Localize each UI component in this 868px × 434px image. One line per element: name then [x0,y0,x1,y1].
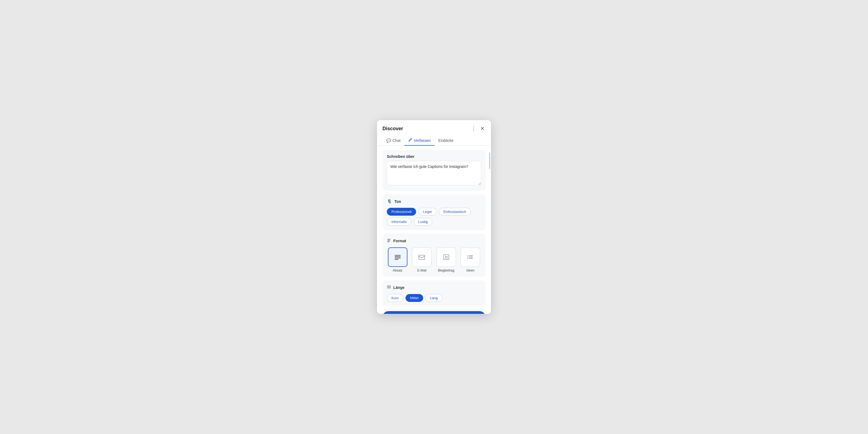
laenge-lang[interactable]: Lang [425,294,442,302]
format-absatz-card[interactable] [388,247,407,267]
format-blogbeitrag-label: Blogbeitrag [438,269,454,272]
ton-enthusiastisch[interactable]: Enthusiastisch [439,208,471,216]
format-section: Format Absatz [382,234,486,277]
svg-rect-6 [395,258,401,258]
svg-rect-13 [444,258,448,259]
svg-rect-3 [388,242,389,243]
ton-section: 🎙️ Ton Professionell Leger Enthusiastisc… [382,194,486,230]
schreiben-textarea[interactable]: Wie verfasse ich gute <span class="capti… [387,161,481,185]
tab-verfassen-label: Verfassen [414,138,431,143]
format-ideen-card[interactable] [461,247,480,267]
svg-rect-7 [395,259,399,260]
generate-button[interactable]: Entwurf generieren [382,311,486,314]
dialog-header: Discover ⋮ ✕ [377,120,491,133]
svg-rect-11 [446,256,448,257]
dialog-title: Discover [382,126,403,131]
ton-icon: 🎙️ [387,199,392,204]
format-email[interactable]: E-Mail [411,247,433,272]
scrollbar-indicator[interactable] [489,153,490,169]
format-options: Absatz E-Mail [387,247,481,272]
ton-professionell[interactable]: Professionell [387,208,416,216]
format-absatz-label: Absatz [393,269,403,272]
svg-rect-8 [419,255,425,259]
ton-label: Ton [394,199,401,204]
format-blogbeitrag[interactable]: A Blogbeitrag [435,247,457,272]
schreiben-section: Schreiben über Wie verfasse ich gute <sp… [382,150,486,191]
ton-lustig[interactable]: Lustig [414,218,432,226]
tab-chat[interactable]: 💬 Chat [382,136,404,146]
ton-options: Professionell Leger Enthusiastisch Infor… [387,208,481,226]
svg-rect-2 [388,241,390,241]
svg-rect-22 [387,288,391,288]
ton-informativ[interactable]: Informativ [387,218,411,226]
verfassen-tab-icon [408,138,412,143]
format-ideen-label: Ideen [466,269,474,272]
close-icon: ✕ [480,126,485,131]
svg-rect-1 [388,240,390,241]
header-actions: ⋮ ✕ [470,124,486,133]
close-button[interactable]: ✕ [479,124,486,133]
svg-rect-5 [395,256,401,257]
laenge-label: Länge [393,285,404,290]
laenge-header: Länge [387,285,481,290]
format-icon [387,238,391,244]
schreiben-label: Schreiben über [387,154,481,159]
discover-dialog: Discover ⋮ ✕ 💬 Chat Verfassen Einblicke [377,120,491,314]
chat-tab-icon: 💬 [386,138,391,143]
laenge-kurz[interactable]: Kurz [387,294,403,302]
format-ideen[interactable]: Ideen [460,247,482,272]
ton-leger[interactable]: Leger [418,208,436,216]
svg-rect-4 [395,255,401,256]
svg-rect-19 [469,258,473,259]
svg-rect-0 [388,239,391,240]
tab-einblicke[interactable]: Einblicke [435,136,457,146]
svg-point-18 [468,258,468,259]
format-label: Format [393,239,406,243]
svg-point-14 [468,255,468,256]
svg-rect-12 [446,257,448,258]
tab-einblicke-label: Einblicke [438,138,454,143]
format-email-card[interactable] [412,247,432,267]
laenge-options: Kurz Mittel Lang [387,294,481,302]
dialog-content: Schreiben über Wie verfasse ich gute <sp… [377,146,491,314]
format-absatz[interactable]: Absatz [387,247,408,272]
laenge-section: Länge Kurz Mittel Lang [382,280,486,306]
format-blogbeitrag-card[interactable]: A [436,247,456,267]
svg-rect-17 [469,257,473,257]
tab-bar: 💬 Chat Verfassen Einblicke [377,133,491,146]
tab-chat-label: Chat [393,138,401,143]
more-options-button[interactable]: ⋮ [470,124,477,133]
svg-rect-20 [387,286,391,286]
svg-rect-15 [469,255,473,256]
more-icon: ⋮ [471,126,476,131]
ton-header: 🎙️ Ton [387,199,481,204]
laenge-icon [387,285,391,290]
tab-verfassen[interactable]: Verfassen [404,136,435,146]
svg-point-16 [468,257,468,258]
format-header: Format [387,238,481,244]
laenge-mittel[interactable]: Mittel [405,294,423,302]
svg-rect-21 [387,287,391,287]
format-email-label: E-Mail [417,269,426,272]
